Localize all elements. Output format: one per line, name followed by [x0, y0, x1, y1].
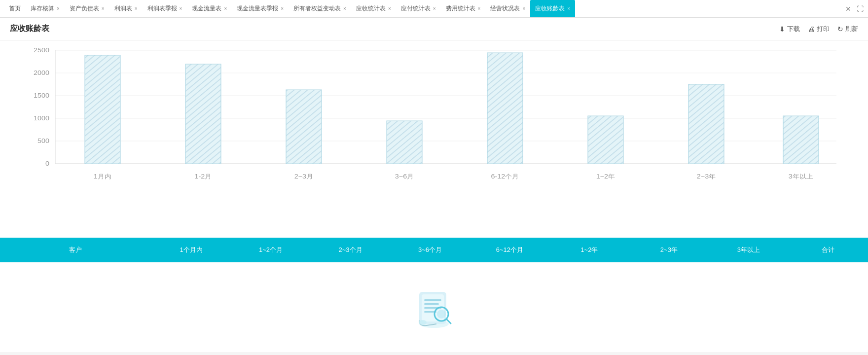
- tab-close-profit[interactable]: ×: [135, 6, 138, 11]
- refresh-button[interactable]: ↻ 刷新: [837, 25, 858, 34]
- col-total: 合计: [789, 246, 868, 254]
- col-6-12month: 6~12个月: [470, 246, 549, 254]
- svg-text:1500: 1500: [34, 92, 49, 99]
- tab-close-equity[interactable]: ×: [343, 6, 346, 11]
- tab-close-cashflow[interactable]: ×: [224, 6, 227, 11]
- svg-text:2~3年: 2~3年: [697, 173, 716, 180]
- col-1month: 1个月内: [151, 246, 231, 254]
- table-header: 客户 1个月内 1~2个月 2~3个月 3~6个月 6~12个月 1~2年 2~…: [0, 238, 868, 262]
- tab-cashflow[interactable]: 现金流量表 ×: [187, 0, 232, 18]
- svg-rect-18: [185, 64, 221, 164]
- svg-rect-28: [688, 84, 724, 164]
- col-customer: 客户: [0, 246, 151, 254]
- svg-rect-16: [85, 55, 120, 164]
- print-button[interactable]: 🖨 打印: [808, 25, 830, 34]
- svg-rect-35: [424, 299, 441, 301]
- svg-text:2~3月: 2~3月: [294, 173, 314, 180]
- svg-text:1000: 1000: [34, 115, 49, 122]
- col-3-6month: 3~6个月: [390, 246, 470, 254]
- svg-text:1~2年: 1~2年: [596, 173, 615, 180]
- download-button[interactable]: ⬇ 下载: [779, 25, 800, 34]
- header-actions: ⬇ 下载 🖨 打印 ↻ 刷新: [779, 25, 858, 34]
- page-header: 应收账龄表 ⬇ 下载 🖨 打印 ↻ 刷新: [0, 18, 868, 40]
- tab-cashflow-q[interactable]: 现金流量表季报 ×: [232, 0, 289, 18]
- tab-aging[interactable]: 应收账龄表 ×: [530, 0, 575, 18]
- empty-icon: [409, 282, 459, 331]
- tab-close-pay-stat[interactable]: ×: [433, 6, 436, 11]
- tab-expense[interactable]: 费用统计表 ×: [441, 0, 486, 18]
- col-2-3year: 2~3年: [629, 246, 709, 254]
- tab-recv-stat[interactable]: 应收统计表 ×: [351, 0, 396, 18]
- col-1-2month: 1~2个月: [231, 246, 310, 254]
- svg-text:2500: 2500: [34, 47, 49, 54]
- col-1-2year: 1~2年: [549, 246, 629, 254]
- col-3year-plus: 3年以上: [709, 246, 788, 254]
- tab-pay-stat[interactable]: 应付统计表 ×: [396, 0, 441, 18]
- svg-text:1-2月: 1-2月: [195, 173, 212, 180]
- tab-home[interactable]: 首页: [4, 0, 26, 18]
- tab-balance[interactable]: 资产负债表 ×: [65, 0, 109, 18]
- window-controls: ✕ ⛶: [844, 5, 864, 13]
- tab-close-recv-stat[interactable]: ×: [388, 6, 391, 11]
- page-title: 应收账龄表: [10, 24, 49, 34]
- tab-bar: 首页 库存核算 × 资产负债表 × 利润表 × 利润表季报 × 现金流量表 × …: [0, 0, 868, 18]
- tab-close-profit-q[interactable]: ×: [180, 6, 182, 11]
- svg-point-42: [419, 320, 427, 325]
- tab-close-inventory[interactable]: ×: [57, 6, 60, 11]
- svg-rect-26: [588, 116, 623, 164]
- close-window-button[interactable]: ✕: [844, 5, 852, 13]
- svg-text:3年以上: 3年以上: [789, 173, 813, 180]
- refresh-icon: ↻: [837, 25, 843, 33]
- tab-close-aging[interactable]: ×: [567, 6, 570, 11]
- svg-text:6-12个月: 6-12个月: [491, 173, 519, 180]
- svg-text:0: 0: [45, 160, 49, 167]
- svg-text:500: 500: [37, 138, 49, 144]
- svg-rect-20: [286, 90, 322, 164]
- svg-point-40: [437, 310, 446, 319]
- tab-profit-q[interactable]: 利润表季报 ×: [143, 0, 187, 18]
- svg-text:3~6月: 3~6月: [395, 173, 414, 180]
- svg-rect-30: [783, 116, 819, 164]
- svg-rect-22: [387, 121, 422, 164]
- svg-rect-36: [424, 303, 439, 305]
- svg-rect-24: [487, 53, 523, 164]
- main-content: 2500 2000 1500 1000 500 0 1月内 1-2月: [0, 40, 868, 352]
- chart-area: 2500 2000 1500 1000 500 0 1月内 1-2月: [0, 40, 868, 238]
- svg-text:1月内: 1月内: [94, 173, 111, 180]
- svg-text:2000: 2000: [34, 70, 49, 76]
- maximize-window-button[interactable]: ⛶: [856, 5, 864, 13]
- col-2-3month: 2~3个月: [311, 246, 390, 254]
- tab-close-expense[interactable]: ×: [478, 6, 481, 11]
- print-icon: 🖨: [808, 25, 815, 33]
- bar-chart: 2500 2000 1500 1000 500 0 1月内 1-2月: [20, 50, 848, 188]
- tab-equity[interactable]: 所有者权益变动表 ×: [289, 0, 351, 18]
- tab-profit[interactable]: 利润表 ×: [109, 0, 143, 18]
- tab-close-balance[interactable]: ×: [102, 6, 105, 11]
- download-icon: ⬇: [779, 25, 785, 33]
- empty-state: [0, 262, 868, 351]
- tab-close-cashflow-q[interactable]: ×: [281, 6, 284, 11]
- tab-inventory[interactable]: 库存核算 ×: [26, 0, 65, 18]
- tab-close-ops[interactable]: ×: [522, 6, 525, 11]
- tab-ops[interactable]: 经营状况表 ×: [485, 0, 530, 18]
